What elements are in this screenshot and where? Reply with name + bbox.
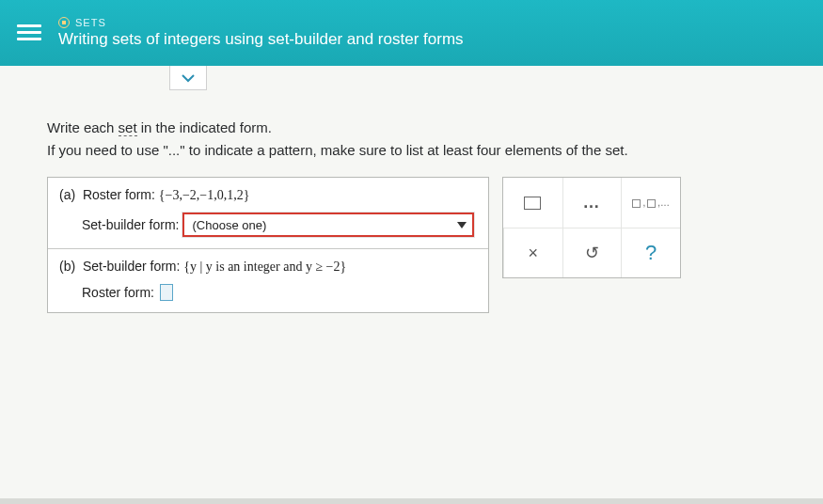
part-a-subline: Set-builder form: (Choose one) [59, 213, 477, 237]
part-a-top: (a) Roster form: {−3,−2,−1,0,1,2} [59, 187, 477, 203]
part-b-label: Set-builder form: [83, 259, 180, 274]
part-b-marker: (b) [59, 259, 75, 274]
ellipsis-icon: … [582, 193, 601, 213]
caret-down-icon [457, 222, 467, 228]
category-label: SETS [75, 17, 106, 28]
part-b-top: (b) Set-builder form: {y | y is an integ… [59, 259, 477, 275]
dropdown-placeholder: (Choose one) [192, 218, 266, 232]
roster-answer-slot[interactable] [160, 284, 173, 301]
instruction-line-1: Write each set in the indicated form. [47, 117, 776, 139]
help-icon: ? [645, 241, 657, 265]
part-a-sublabel: Set-builder form: [82, 217, 179, 232]
input-toolbox: … ,,… × ↺ ? [502, 177, 681, 278]
part-b: (b) Set-builder form: {y | y is an integ… [48, 249, 488, 312]
part-b-subline: Roster form: [59, 284, 477, 301]
main-row: (a) Roster form: {−3,−2,−1,0,1,2} Set-bu… [0, 177, 823, 313]
glossary-term-set[interactable]: set [119, 119, 137, 136]
part-a: (a) Roster form: {−3,−2,−1,0,1,2} Set-bu… [48, 178, 488, 249]
expand-toggle[interactable] [169, 66, 207, 90]
reset-icon: ↺ [585, 243, 599, 263]
tool-reset-button[interactable]: ↺ [562, 228, 622, 277]
instruction-line-2: If you need to use "..." to indicate a p… [47, 139, 776, 162]
part-a-label: Roster form: [83, 187, 155, 202]
tool-clear-button[interactable]: × [503, 228, 562, 277]
multi-empty-icon: ,,… [632, 197, 670, 208]
menu-icon[interactable] [17, 24, 41, 41]
part-b-sublabel: Roster form: [82, 285, 154, 300]
set-builder-dropdown[interactable]: (Choose one) [182, 213, 474, 237]
tool-empty-set-button[interactable] [503, 178, 562, 228]
tool-ellipsis-button[interactable]: … [562, 178, 622, 228]
question-box: (a) Roster form: {−3,−2,−1,0,1,2} Set-bu… [47, 177, 489, 313]
instructions: Write each set in the indicated form. If… [0, 77, 823, 177]
lesson-title: Writing sets of integers using set-build… [58, 30, 464, 49]
tool-multi-empty-button[interactable]: ,,… [621, 178, 680, 228]
content-panel: Write each set in the indicated form. If… [0, 66, 823, 498]
tool-help-button[interactable]: ? [621, 228, 680, 277]
category-row: SETS [58, 17, 464, 28]
empty-set-icon [524, 197, 541, 210]
part-b-value: {y | y is an integer and y ≥ −2} [183, 260, 346, 274]
close-icon: × [529, 244, 539, 263]
part-a-value: {−3,−2,−1,0,1,2} [159, 188, 250, 202]
app-header: SETS Writing sets of integers using set-… [0, 0, 823, 66]
part-a-marker: (a) [59, 187, 75, 202]
header-texts: SETS Writing sets of integers using set-… [58, 17, 464, 49]
gear-icon [58, 17, 70, 28]
chevron-down-icon [182, 73, 195, 83]
